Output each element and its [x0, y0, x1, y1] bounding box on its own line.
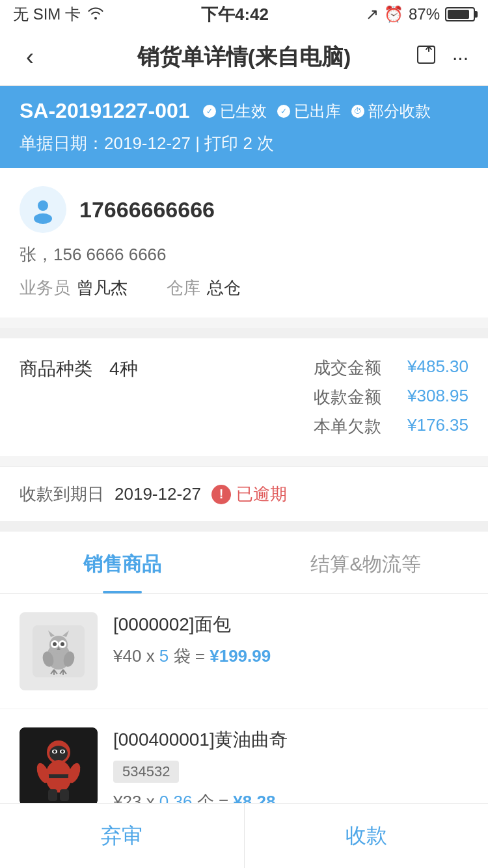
svg-point-26: [53, 750, 56, 753]
svg-point-2: [34, 213, 52, 224]
stats-right: 成交金额 ¥485.30 收款金额 ¥308.95 本单欠款 ¥176.35: [314, 357, 468, 438]
product-tag-cookie: 534532: [113, 760, 468, 783]
check-icon-2: ✓: [277, 105, 290, 118]
status-badges: ✓ 已生效 ✓ 已出库 ⏱ 部分收款: [203, 101, 431, 122]
back-button[interactable]: ‹: [20, 37, 40, 77]
check-icon-1: ✓: [203, 105, 216, 118]
customer-top: 17666666666: [20, 186, 468, 233]
avatar: [20, 186, 66, 233]
product-item-bread: [0000002]面包 ¥40 x 5 袋 = ¥199.99: [0, 594, 488, 709]
wifi-icon: [87, 5, 104, 23]
tab-settlement-logistics[interactable]: 结算&物流等: [244, 532, 488, 593]
product-info-cookie: [000400001]黄油曲奇 534532 ¥23 x 0.36 个 = ¥8…: [113, 727, 468, 813]
nav-actions: ···: [416, 44, 468, 70]
product-list: [0000002]面包 ¥40 x 5 袋 = ¥199.99: [0, 594, 488, 832]
product-thumb-bread: [20, 612, 98, 690]
tabs: 销售商品 结算&物流等: [0, 532, 488, 594]
nav-title: 销货单详情(来自电脑): [137, 42, 351, 72]
product-name-cookie: [000400001]黄油曲奇: [113, 727, 468, 752]
product-price-bread: ¥40 x 5 袋 = ¥199.99: [113, 645, 468, 668]
nav-bar: ‹ 销货单详情(来自电脑) ···: [0, 29, 488, 86]
due-section: 收款到期日 2019-12-27 ! 已逾期: [0, 467, 488, 521]
owl-thumb: [20, 612, 98, 690]
battery-percentage: 87%: [409, 5, 440, 23]
order-number: SA-20191227-001: [20, 99, 190, 123]
svg-point-23: [49, 746, 68, 761]
customer-section: 17666666666 张，156 6666 6666 业务员 曾凡杰 仓库 总…: [0, 168, 488, 318]
dark-thumb: [20, 727, 98, 806]
due-date-value: 2019-12-27: [115, 484, 201, 504]
status-left: 无 SIM 卡: [13, 4, 104, 25]
customer-id: 17666666666: [79, 197, 215, 223]
stat-amount: 成交金额 ¥485.30: [314, 357, 468, 379]
meta-warehouse: 仓库 总仓: [167, 277, 241, 299]
svg-point-8: [53, 642, 57, 646]
location-icon: ↗: [366, 5, 379, 23]
no-sim-text: 无 SIM 卡: [13, 4, 81, 25]
product-name-bread: [0000002]面包: [113, 612, 468, 637]
customer-contact: 张，156 6666 6666: [20, 243, 468, 266]
bottom-bar: 弃审 收款: [0, 803, 488, 868]
more-button[interactable]: ···: [452, 46, 468, 68]
status-time: 下午4:42: [201, 3, 269, 26]
share-button[interactable]: [416, 44, 437, 70]
order-date: 单据日期：2019-12-27 | 打印 2 次: [20, 132, 468, 155]
section-gap-1: [0, 328, 488, 338]
svg-point-9: [61, 642, 64, 646]
section-gap-2: [0, 521, 488, 532]
alarm-icon: ⏰: [384, 5, 403, 23]
battery-icon: [445, 7, 475, 21]
svg-rect-29: [46, 774, 72, 778]
overdue-icon: !: [211, 485, 231, 504]
customer-meta: 业务员 曾凡杰 仓库 总仓: [20, 277, 468, 299]
overdue-badge: ! 已逾期: [211, 483, 287, 506]
svg-point-27: [61, 750, 64, 753]
stat-received: 收款金额 ¥308.95: [314, 386, 468, 409]
confirm-button[interactable]: 收款: [245, 804, 489, 868]
status-right: ↗ ⏰ 87%: [366, 5, 475, 23]
badge-partial-payment: ⏱ 部分收款: [351, 101, 431, 122]
badge-shipped: ✓ 已出库: [277, 101, 341, 122]
due-label: 收款到期日: [20, 483, 104, 506]
badge-activated: ✓ 已生效: [203, 101, 267, 122]
overdue-text: 已逾期: [236, 483, 287, 506]
svg-rect-32: [48, 789, 57, 801]
status-bar: 无 SIM 卡 下午4:42 ↗ ⏰ 87%: [0, 0, 488, 29]
stats-section: 商品种类 4种 成交金额 ¥485.30 收款金额 ¥308.95 本单欠款 ¥…: [0, 338, 488, 456]
cancel-button[interactable]: 弃审: [0, 804, 245, 868]
svg-point-1: [38, 200, 48, 211]
product-thumb-cookie: [20, 727, 98, 806]
svg-rect-33: [60, 789, 69, 801]
tabs-section: 销售商品 结算&物流等: [0, 532, 488, 594]
stats-left: 商品种类 4种: [20, 357, 138, 381]
stat-debt: 本单欠款 ¥176.35: [314, 415, 468, 438]
meta-salesperson: 业务员 曾凡杰: [20, 277, 128, 299]
product-info-bread: [0000002]面包 ¥40 x 5 袋 = ¥199.99: [113, 612, 468, 668]
order-header: SA-20191227-001 ✓ 已生效 ✓ 已出库 ⏱ 部分收款: [0, 86, 488, 168]
tab-sales-products[interactable]: 销售商品: [0, 532, 244, 593]
clock-icon: ⏱: [351, 105, 364, 118]
